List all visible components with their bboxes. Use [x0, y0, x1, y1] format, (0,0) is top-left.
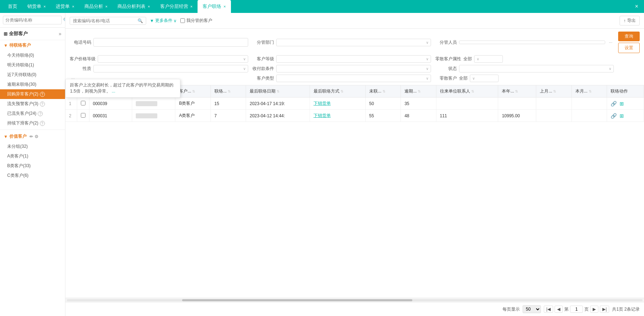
info-icon-declining[interactable]: ? [40, 121, 45, 126]
sidebar-item-a-class[interactable]: A类客户(1) [0, 151, 65, 161]
sidebar-value-group-header[interactable]: ▼ 价值客户 ✏ ⚙ [0, 131, 65, 142]
sidebar-item-c-class[interactable]: C类客户(6) [0, 171, 65, 180]
sidebar-item-churned[interactable]: 已流失客户(24) ? [0, 109, 65, 118]
th-overdue-sort[interactable]: ⇅ [418, 89, 421, 93]
sidebar-collapse-icon[interactable]: » [59, 31, 61, 37]
filter-status-select[interactable]: ∨ [459, 65, 614, 72]
filter-nature-select[interactable]: ∨ [93, 65, 248, 72]
row2-code: 000031 [93, 113, 107, 118]
th-customer-type-sort[interactable]: ⇅ [192, 89, 195, 93]
td-row1-last-contact-date: 2023-04-17 14:19: [246, 98, 310, 110]
info-icon-churned[interactable]: ? [38, 111, 43, 116]
filter-person-select[interactable] [459, 41, 605, 44]
sidebar-item-b-class[interactable]: B类客户(33) [0, 161, 65, 171]
query-button[interactable]: 查询 [618, 32, 640, 41]
th-last-month: 上月...⇅ [536, 85, 571, 98]
export-button[interactable]: ↑ 导出 [620, 16, 640, 25]
filter-retail-customer-select[interactable]: ∨ [470, 75, 499, 82]
row1-grid-icon[interactable]: ⊞ [620, 101, 624, 107]
sidebar-item-tomorrow[interactable]: 明天待联络(1) [0, 60, 65, 70]
th-this-month-label: 本月... [575, 88, 588, 94]
customer-type-caret: ∨ [426, 76, 428, 80]
search-icon[interactable]: 🔍 [138, 18, 143, 23]
per-page-select[interactable]: 50 20 100 [523, 305, 541, 313]
nav-home[interactable]: 首页 [3, 0, 22, 13]
info-icon-churn-warning[interactable]: ? [40, 102, 45, 107]
th-contact-sort[interactable]: ⇅ [228, 89, 231, 93]
nav-purchase-order-close[interactable]: × [72, 4, 74, 9]
my-customers-checkbox[interactable]: 我分管的客户 [180, 18, 212, 24]
page-input[interactable] [570, 306, 583, 313]
row1-last-contact-method[interactable]: 下销货单 [314, 101, 331, 106]
th-this-year-sort[interactable]: ⇅ [515, 89, 518, 93]
th-last-month-label: 上月... [540, 88, 552, 94]
sidebar-waiting-group: ▼ 待联络客户 今天待联络(0) 明天待联络(1) 近7天待联络(0) 逾期未联… [0, 40, 65, 89]
th-not-contacted-sort[interactable]: ⇅ [383, 89, 385, 93]
filter-phone-input[interactable] [93, 38, 248, 47]
filter-payment-select[interactable]: ∨ [276, 65, 431, 72]
nav-sales-order-close[interactable]: × [43, 4, 46, 9]
td-row2-customer-type: A类客户 [175, 110, 210, 122]
filter-person-dots[interactable]: ··· [607, 40, 614, 45]
row2-checkbox[interactable] [81, 113, 85, 118]
nav-product-analysis-close[interactable]: × [105, 4, 107, 9]
nav-close-all[interactable]: × [632, 3, 641, 10]
filter-customer-level-select[interactable]: ∨ [276, 55, 431, 63]
th-contact-person-sort[interactable]: ⇅ [471, 89, 474, 93]
th-last-contact-method-sort[interactable]: ⇅ [340, 89, 343, 93]
nav-product-analysis-list-close[interactable]: × [148, 4, 150, 9]
scrollbar-thumb[interactable] [182, 299, 412, 301]
nav-sales-order[interactable]: 销货单 × [22, 0, 51, 13]
filter-retail-attr-select[interactable]: ∨ [474, 55, 503, 63]
tooltip-more[interactable]: ... [112, 89, 115, 94]
filter-dept-select[interactable]: ∨ [276, 39, 431, 46]
sidebar-item-churn-warning[interactable]: 流失预警客户(3) ? [0, 99, 65, 109]
nav-customer-contact[interactable]: 客户联络 × [198, 0, 231, 13]
nav-customer-contact-close[interactable]: × [223, 4, 226, 9]
nav-customer-management-close[interactable]: × [190, 4, 193, 9]
more-conditions-btn[interactable]: ▼ 更多条件 ∨ [150, 18, 177, 24]
sidebar-item-declining[interactable]: 持续下滑客户(2) ? [0, 118, 65, 128]
search-input[interactable] [73, 18, 138, 23]
nav-product-analysis-list[interactable]: 商品分析列表 × [112, 0, 155, 13]
settings-button[interactable]: 设置 [618, 43, 640, 53]
td-row2-num: 2 [65, 110, 77, 122]
row1-name-blurred [136, 101, 157, 106]
row1-link-icon[interactable]: 🔗 [611, 101, 617, 107]
th-last-month-sort[interactable]: ⇅ [553, 89, 556, 93]
nav-customer-management[interactable]: 客户分层经营 × [155, 0, 198, 13]
td-row1-code: 000039 [89, 98, 132, 110]
sidebar-item-overdue[interactable]: 逾期未联络(30) [0, 80, 65, 89]
nav-product-analysis[interactable]: 商品分析 × [79, 0, 112, 13]
total-label: 共1页 2条记录 [612, 306, 640, 312]
my-customers-check[interactable] [180, 18, 185, 23]
filter-price-level-select[interactable]: ∨ [98, 55, 248, 63]
th-this-month-sort[interactable]: ⇅ [589, 89, 592, 93]
edit-icon[interactable]: ✏ [29, 134, 33, 139]
td-row2-contact: 7 [210, 110, 246, 122]
row2-last-contact-method[interactable]: 下销货单 [314, 113, 331, 118]
retail-attr-caret: ∨ [477, 57, 479, 61]
horizontal-scrollbar[interactable] [65, 298, 644, 302]
sidebar-waiting-arrow: ▼ [4, 43, 8, 48]
sidebar-item-7days[interactable]: 近7天待联络(0) [0, 70, 65, 80]
nav-purchase-order[interactable]: 进货单 × [51, 0, 79, 13]
first-page-btn[interactable]: |◀ [544, 306, 553, 313]
info-icon-repurchase[interactable]: ? [40, 92, 45, 97]
next-page-btn[interactable]: ▶ [590, 306, 598, 313]
filter-customer-type-select[interactable]: ∨ [276, 75, 431, 82]
sidebar-item-repurchase-abnormal[interactable]: 回购异常客户(2) ? [0, 89, 65, 99]
sidebar-waiting-header[interactable]: ▼ 待联络客户 [0, 40, 65, 51]
row2-grid-icon[interactable]: ⊞ [620, 113, 624, 119]
settings-icon[interactable]: ⚙ [34, 134, 38, 139]
th-last-contact-date-sort[interactable]: ⇅ [277, 89, 279, 93]
nature-caret: ∨ [243, 67, 246, 71]
last-page-btn[interactable]: ▶| [600, 306, 609, 313]
sidebar-item-ungrouped[interactable]: 未分组(32) [0, 142, 65, 151]
sidebar-search-input[interactable] [3, 16, 62, 24]
sidebar-all-customers-header[interactable]: ⊞ 全部客户 » [0, 28, 65, 40]
row2-link-icon[interactable]: 🔗 [611, 113, 617, 119]
sidebar-item-today[interactable]: 今天待联络(0) [0, 51, 65, 60]
prev-page-btn[interactable]: ◀ [555, 306, 563, 313]
row1-checkbox[interactable] [81, 101, 85, 105]
